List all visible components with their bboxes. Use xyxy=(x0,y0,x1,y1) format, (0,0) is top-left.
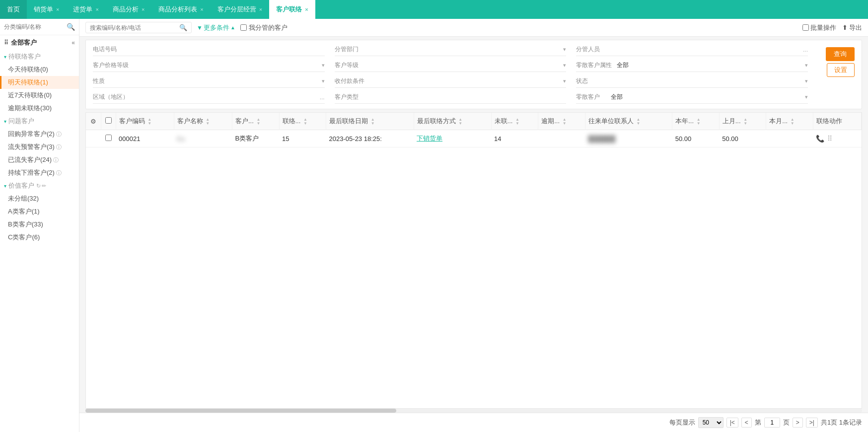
filter-payment: 收付款条件 ▾ xyxy=(335,77,567,88)
refresh-icon[interactable]: ↻ xyxy=(36,183,41,189)
search-input[interactable] xyxy=(90,24,179,31)
filter-customer-tier-label: 客户等级 xyxy=(335,61,364,70)
batch-op-btn[interactable]: 批量操作 xyxy=(802,23,836,32)
sort-last-date-icon[interactable]: ▲▼ xyxy=(371,118,375,126)
table-scroll-bar[interactable] xyxy=(85,409,862,413)
nav-sales-order[interactable]: 销货单 × xyxy=(27,0,66,19)
per-page-select[interactable]: 50 100 200 xyxy=(698,417,723,428)
sort-last-month-icon[interactable]: ▲▼ xyxy=(743,118,747,126)
group-problem-customers: ▾ 问题客户 xyxy=(0,115,79,128)
row-contact: 15 xyxy=(279,130,326,147)
set-button[interactable]: 设置 xyxy=(827,63,855,77)
prev-page-btn[interactable]: < xyxy=(741,418,752,428)
sort-this-year-icon[interactable]: ▲▼ xyxy=(697,118,701,126)
close-sales-order-icon[interactable]: × xyxy=(56,6,59,12)
filter-person: 分管人员 ... xyxy=(576,45,808,56)
chevron-down-icon-status: ▾ xyxy=(805,78,808,84)
sort-overdue-icon[interactable]: ▲▼ xyxy=(563,118,567,126)
my-customers-checkbox[interactable] xyxy=(240,24,247,31)
search-icon[interactable]: 🔍 xyxy=(179,24,187,31)
filter-scatter-attr-value[interactable]: 全部 xyxy=(617,61,803,70)
edit-icon[interactable]: ✏ xyxy=(42,183,46,189)
sidebar-item-repurchase-abnormal[interactable]: 回购异常客户(2) ⓘ xyxy=(0,128,79,141)
filter-scatter-attr: 零散客户属性 全部 ▾ xyxy=(576,61,808,72)
sidebar-search-bar: 🔍 xyxy=(0,19,79,35)
sort-unit-icon[interactable]: ▲▼ xyxy=(636,118,640,126)
query-button[interactable]: 查询 xyxy=(826,47,855,61)
chevron-down-icon-scatter: ▾ xyxy=(805,62,808,69)
close-purchase-order-icon[interactable]: × xyxy=(95,6,98,12)
ellipsis-icon-region[interactable]: ... xyxy=(320,94,325,101)
filter-scatter-attr-label: 零散客户属性 xyxy=(576,61,612,70)
table-header-row: ⚙ 客户编码 ▲▼ 客户名称 ▲▼ 客户... xyxy=(86,113,862,130)
sidebar-item-declining[interactable]: 持续下滑客户(2) ⓘ xyxy=(0,166,79,179)
sort-code-icon[interactable]: ▲▼ xyxy=(147,118,151,126)
sidebar-item-churned[interactable]: 已流失客户(24) ⓘ xyxy=(0,153,79,166)
col-header-code: 客户编码 ▲▼ xyxy=(116,113,174,130)
export-btn[interactable]: ⬆ 导出 xyxy=(842,23,862,32)
sidebar-item-churn-warning[interactable]: 流失预警客户(3) ⓘ xyxy=(0,141,79,153)
row-last-method: 下销货单 xyxy=(414,130,491,147)
sidebar-item-7days-contact[interactable]: 近7天待联络(0) xyxy=(0,89,79,102)
filter-customer-type-label: 客户类型 xyxy=(335,93,364,101)
unit-contact-blurred: ██████ xyxy=(588,135,615,143)
sidebar-item-class-c[interactable]: C类客户(6) xyxy=(0,231,79,244)
sidebar-search-icon[interactable]: 🔍 xyxy=(67,23,75,31)
col-header-this-year: 本年... ▲▼ xyxy=(672,113,720,130)
sort-this-month-icon[interactable]: ▲▼ xyxy=(791,118,795,126)
filter-region: 区域（地区） ... xyxy=(93,93,325,104)
sidebar-item-class-b[interactable]: B类客户(33) xyxy=(0,218,79,231)
sidebar-search-input[interactable] xyxy=(4,23,67,30)
close-customer-contact-icon[interactable]: × xyxy=(305,6,308,12)
col-header-gear[interactable]: ⚙ xyxy=(86,113,101,130)
sidebar: 🔍 ⠿ 全部客户 « ▾ 待联络客户 今天待联络(0) 明天待联络(1) 近7天… xyxy=(0,19,79,432)
sort-contact-icon[interactable]: ▲▼ xyxy=(303,118,307,126)
nav-home[interactable]: 首页 xyxy=(0,0,27,19)
col-header-type: 客户... ▲▼ xyxy=(232,113,279,130)
all-customers-header[interactable]: ⠿ 全部客户 « xyxy=(0,35,79,50)
filter-scatter-customer-value[interactable]: 全部 xyxy=(611,93,803,101)
batch-op-checkbox[interactable] xyxy=(802,24,809,31)
qr-icon[interactable]: ⠿ xyxy=(827,135,832,143)
triangle-icon2: ▾ xyxy=(4,119,6,124)
sort-type-icon[interactable]: ▲▼ xyxy=(256,118,260,126)
nav-purchase-order[interactable]: 进货单 × xyxy=(66,0,105,19)
close-product-analysis-icon[interactable]: × xyxy=(142,6,145,12)
col-header-check xyxy=(101,113,116,130)
nav-product-analysis-list[interactable]: 商品分析列表 × xyxy=(151,0,210,19)
close-product-analysis-list-icon[interactable]: × xyxy=(200,6,203,12)
row-action: 📞 ⠿ xyxy=(813,130,861,147)
nav-customer-contact[interactable]: 客户联络 × xyxy=(269,0,315,19)
sidebar-item-overdue-contact[interactable]: 逾期未联络(30) xyxy=(0,102,79,115)
content-area: 🔍 ▼ 更多条件 ▲ 我分管的客户 批量操作 ⬆ 导出 xyxy=(79,19,868,432)
select-all-checkbox[interactable] xyxy=(105,117,112,124)
contact-icon[interactable]: 📞 xyxy=(816,135,824,143)
more-conditions-btn[interactable]: ▼ 更多条件 ▲ xyxy=(197,23,235,32)
sort-not-contact-icon[interactable]: ▲▼ xyxy=(515,118,519,126)
close-customer-tier-icon[interactable]: × xyxy=(259,6,262,12)
collapse-icon[interactable]: « xyxy=(72,39,75,46)
sort-name-icon[interactable]: ▲▼ xyxy=(206,118,210,126)
filter-right-actions: 批量操作 ⬆ 导出 xyxy=(802,23,862,32)
filter-action-buttons: 查询 设置 xyxy=(826,45,855,77)
sidebar-item-class-a[interactable]: A类客户(1) xyxy=(0,205,79,218)
sort-last-method-icon[interactable]: ▲▼ xyxy=(458,118,462,126)
last-page-btn[interactable]: >| xyxy=(806,418,818,428)
first-page-btn[interactable]: |< xyxy=(726,418,738,428)
sidebar-item-ungrouped[interactable]: 未分组(32) xyxy=(0,192,79,205)
row-not-contact: 14 xyxy=(491,130,538,147)
row-name-blurred: Ea xyxy=(177,135,185,143)
nav-customer-tier[interactable]: 客户分层经营 × xyxy=(211,0,269,19)
sidebar-item-today-contact[interactable]: 今天待联络(0) xyxy=(0,63,79,76)
triangle-icon3: ▾ xyxy=(4,183,6,189)
filter-icon: ▼ xyxy=(197,24,203,31)
ellipsis-icon-person[interactable]: ... xyxy=(803,46,808,53)
nav-product-analysis[interactable]: 商品分析 × xyxy=(106,0,151,19)
next-page-btn[interactable]: > xyxy=(793,418,803,428)
last-method-link[interactable]: 下销货单 xyxy=(417,135,442,142)
row-checkbox[interactable] xyxy=(105,135,112,141)
page-number-input[interactable] xyxy=(764,418,780,428)
row-this-month xyxy=(766,130,813,147)
sidebar-item-tomorrow-contact[interactable]: 明天待联络(1) xyxy=(0,76,79,89)
top-nav: 首页 销货单 × 进货单 × 商品分析 × 商品分析列表 × 客户分层经营 × … xyxy=(0,0,868,19)
